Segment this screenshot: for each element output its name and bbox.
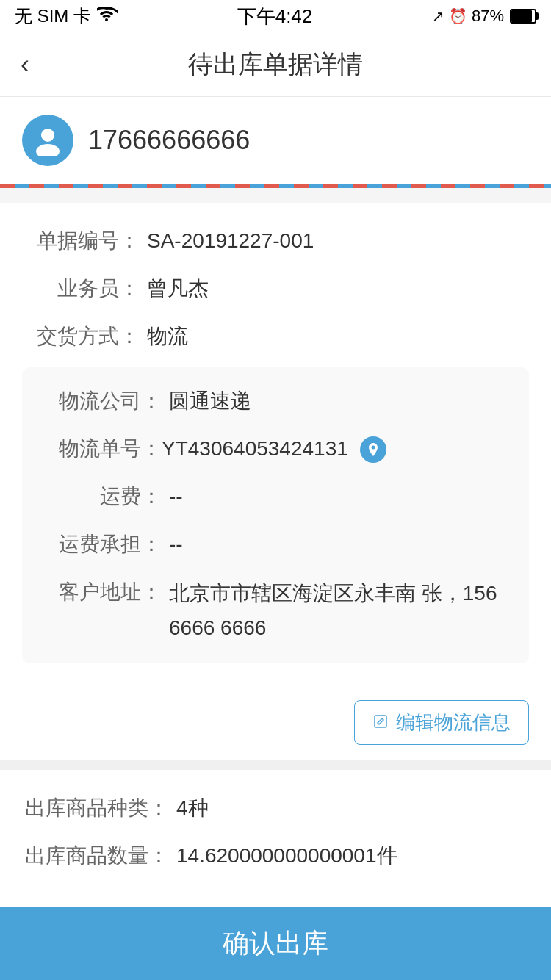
salesperson-value: 曾凡杰 (147, 273, 529, 306)
logistics-company-row: 物流公司： 圆通速递 (44, 385, 507, 418)
wifi-icon (97, 7, 118, 26)
svg-point-1 (36, 144, 60, 156)
battery-text: 87% (472, 7, 504, 26)
goods-qty-value: 14.620000000000001件 (176, 840, 529, 873)
time: 下午4:42 (237, 4, 313, 29)
location-icon[interactable] (360, 436, 386, 463)
goods-type-value: 4种 (176, 792, 529, 825)
back-button[interactable]: ‹ (21, 49, 29, 80)
goods-section: 出库商品种类： 4种 出库商品数量： 14.620000000000001件 (0, 770, 551, 895)
doc-number-row: 单据编号： SA-20191227-001 (22, 225, 529, 258)
delivery-value: 物流 (147, 320, 529, 353)
freight-bearer-row: 运费承担： -- (44, 528, 507, 561)
battery-icon (510, 9, 536, 24)
doc-number-label: 单据编号： (22, 225, 140, 258)
status-right: ↗ ⏰ 87% (432, 7, 536, 26)
delivery-label: 交货方式： (22, 320, 140, 353)
svg-rect-2 (375, 716, 386, 727)
address-row: 客户地址： 北京市市辖区海淀区永丰南 张，156 6666 6666 (44, 576, 507, 646)
user-phone: 17666666666 (88, 125, 250, 156)
order-info-section: 单据编号： SA-20191227-001 业务员： 曾凡杰 交货方式： 物流 … (0, 203, 551, 685)
svg-point-0 (41, 129, 54, 142)
status-bar: 无 SIM 卡 下午4:42 ↗ ⏰ 87% (0, 0, 551, 32)
section-divider (0, 760, 551, 770)
goods-type-label: 出库商品种类： (22, 792, 169, 825)
freight-value: -- (169, 480, 507, 514)
goods-qty-row: 出库商品数量： 14.620000000000001件 (22, 840, 529, 873)
logistics-company-label: 物流公司： (44, 385, 162, 418)
avatar (22, 115, 73, 166)
nav-bar: ‹ 待出库单据详情 (0, 32, 551, 97)
sim-status: 无 SIM 卡 (15, 4, 91, 28)
confirm-button-area[interactable]: 确认出库 (0, 907, 551, 980)
goods-qty-label: 出库商品数量： (22, 840, 169, 873)
page-title: 待出库单据详情 (188, 48, 363, 82)
delivery-row: 交货方式： 物流 (22, 320, 529, 353)
freight-label: 运费： (44, 480, 162, 514)
edit-btn-row: 编辑物流信息 (0, 685, 551, 760)
tracking-row: 物流单号： YT43064053424131 (44, 433, 507, 466)
edit-logistics-button[interactable]: 编辑物流信息 (354, 700, 529, 745)
user-header: 17666666666 (0, 97, 551, 184)
freight-row: 运费： -- (44, 480, 507, 514)
freight-bearer-value: -- (169, 528, 507, 561)
location-status-icon: ↗ (432, 7, 444, 25)
dashed-divider (0, 184, 551, 188)
tracking-label: 物流单号： (44, 433, 162, 466)
confirm-btn-label: 确认出库 (223, 926, 328, 962)
tracking-number: YT43064053424131 (162, 433, 348, 466)
freight-bearer-label: 运费承担： (44, 528, 162, 561)
edit-icon (372, 713, 390, 731)
salesperson-label: 业务员： (22, 273, 140, 306)
edit-btn-label: 编辑物流信息 (396, 710, 511, 735)
alarm-icon: ⏰ (449, 7, 467, 25)
doc-number-value: SA-20191227-001 (147, 225, 529, 258)
goods-type-row: 出库商品种类： 4种 (22, 792, 529, 825)
logistics-company-value: 圆通速递 (169, 385, 507, 418)
address-value: 北京市市辖区海淀区永丰南 张，156 6666 6666 (169, 576, 507, 646)
status-left: 无 SIM 卡 (15, 4, 118, 28)
salesperson-row: 业务员： 曾凡杰 (22, 273, 529, 306)
logistics-card: 物流公司： 圆通速递 物流单号： YT43064053424131 运费： --… (22, 367, 529, 663)
address-label: 客户地址： (44, 576, 162, 609)
